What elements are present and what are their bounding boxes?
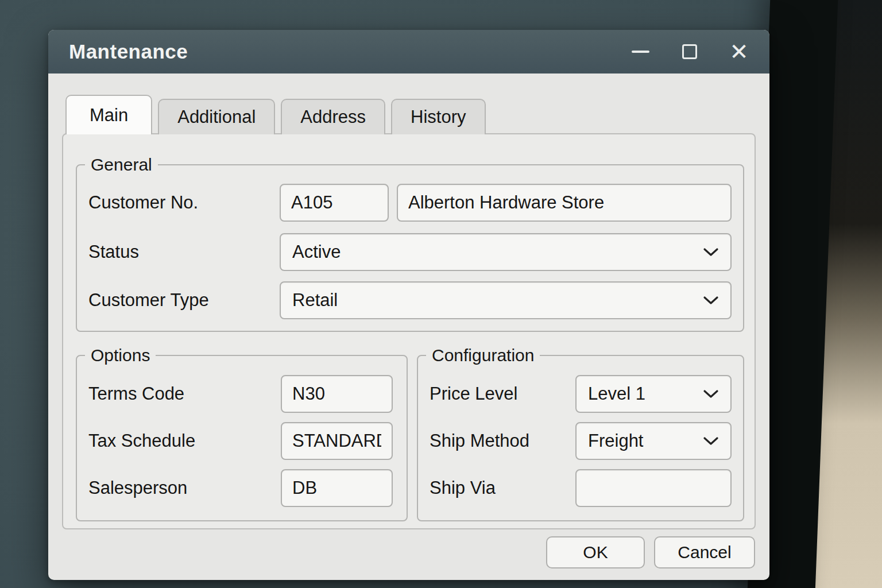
desktop-background: Mantenance ✕ Main Additional Address His…	[0, 0, 882, 588]
ship-method-label: Ship Method	[430, 431, 575, 451]
chevron-down-icon	[703, 436, 719, 446]
general-legend: General	[85, 153, 158, 176]
titlebar: Mantenance ✕	[48, 30, 769, 74]
maximize-icon	[682, 44, 697, 59]
chevron-down-icon	[703, 389, 719, 399]
customer-name-input[interactable]	[397, 184, 732, 222]
configuration-legend: Configuration	[426, 344, 540, 366]
ship-via-input[interactable]	[575, 469, 732, 507]
tab-additional[interactable]: Additional	[158, 99, 275, 134]
ship-via-row: Ship Via	[430, 469, 732, 507]
tab-bar: Main Additional Address History	[65, 95, 486, 134]
ok-button[interactable]: OK	[546, 536, 645, 568]
customer-type-row: Customer Type Retail	[88, 281, 732, 319]
tab-main[interactable]: Main	[65, 95, 152, 134]
window-controls: ✕	[627, 38, 752, 65]
configuration-groupbox: Configuration Price Level Level 1 Ship M…	[417, 355, 744, 521]
minimize-icon	[632, 51, 649, 53]
status-label: Status	[88, 242, 280, 262]
status-value: Active	[292, 242, 341, 262]
chevron-down-icon	[703, 295, 719, 305]
terms-code-input[interactable]	[281, 375, 393, 413]
window-title: Mantenance	[69, 40, 188, 63]
customer-type-label: Customer Type	[88, 290, 280, 311]
options-legend: Options	[85, 344, 156, 366]
ship-method-select[interactable]: Freight	[575, 422, 732, 460]
tab-history[interactable]: History	[391, 99, 485, 134]
maximize-button[interactable]	[676, 38, 703, 65]
tax-schedule-label: Tax Schedule	[88, 431, 281, 451]
price-level-row: Price Level Level 1	[430, 375, 732, 413]
options-groupbox: Options Terms Code Tax Schedule Salesper…	[76, 355, 408, 521]
customer-no-input[interactable]	[280, 184, 389, 222]
terms-code-label: Terms Code	[88, 384, 281, 404]
ship-method-row: Ship Method Freight	[430, 422, 732, 460]
status-row: Status Active	[88, 233, 732, 271]
terms-code-row: Terms Code	[88, 375, 395, 413]
close-icon: ✕	[729, 40, 749, 63]
customer-type-value: Retail	[292, 290, 338, 311]
price-level-label: Price Level	[430, 384, 575, 404]
tax-schedule-input[interactable]	[281, 422, 393, 460]
price-level-select[interactable]: Level 1	[575, 375, 732, 413]
salesperson-label: Salesperson	[88, 478, 281, 498]
ship-via-label: Ship Via	[430, 478, 575, 498]
customer-no-row: Customer No.	[88, 184, 732, 222]
close-button[interactable]: ✕	[726, 38, 752, 65]
status-select[interactable]: Active	[280, 233, 732, 271]
chevron-down-icon	[703, 247, 719, 257]
salesperson-input[interactable]	[281, 469, 393, 507]
ship-method-value: Freight	[588, 431, 643, 451]
customer-no-label: Customer No.	[88, 192, 280, 213]
price-level-value: Level 1	[588, 384, 645, 404]
minimize-button[interactable]	[627, 38, 653, 65]
salesperson-row: Salesperson	[88, 469, 395, 507]
cancel-button[interactable]: Cancel	[654, 536, 755, 568]
general-groupbox: General Customer No. Status Active	[76, 164, 744, 332]
customer-type-select[interactable]: Retail	[280, 281, 732, 319]
tab-address[interactable]: Address	[281, 99, 385, 134]
main-tab-panel: General Customer No. Status Active	[62, 133, 756, 529]
tax-schedule-row: Tax Schedule	[88, 422, 395, 460]
maintenance-window: Mantenance ✕ Main Additional Address His…	[48, 30, 769, 580]
